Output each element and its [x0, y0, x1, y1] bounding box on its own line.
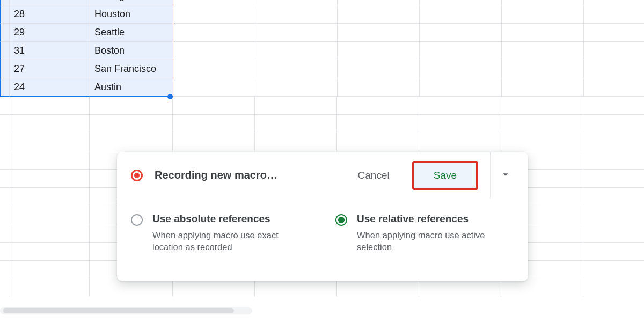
cell[interactable]: Chicago: [90, 0, 173, 5]
radio-checked-icon: [335, 214, 347, 226]
option-label: Use absolute references: [152, 213, 303, 225]
cell[interactable]: 31: [10, 42, 90, 60]
radio-unchecked-icon: [131, 214, 143, 226]
table-row[interactable]: 27 San Francisco: [0, 60, 644, 78]
option-description: When applying macro use active selection: [357, 229, 507, 253]
cell[interactable]: Houston: [90, 5, 173, 24]
selection-handle[interactable]: [167, 94, 173, 99]
collapse-toggle[interactable]: [494, 164, 517, 187]
cell[interactable]: 22: [10, 0, 90, 5]
option-description: When applying macro use exact location a…: [152, 229, 303, 253]
macro-recorder-panel: Recording new macro… Cancel Save Use abs…: [117, 152, 528, 281]
option-relative-references[interactable]: Use relative references When applying ma…: [335, 213, 514, 253]
cell[interactable]: Boston: [90, 42, 173, 60]
table-row[interactable]: 29 Seattle: [0, 24, 644, 42]
cell[interactable]: 28: [10, 5, 90, 24]
cell[interactable]: 24: [10, 78, 90, 97]
cell[interactable]: 29: [10, 24, 90, 42]
chevron-down-icon: [500, 169, 511, 182]
save-button[interactable]: Save: [412, 161, 478, 190]
scrollbar-thumb[interactable]: [3, 308, 234, 313]
cell[interactable]: Austin: [90, 78, 173, 97]
cancel-button[interactable]: Cancel: [345, 163, 402, 188]
cell[interactable]: San Francisco: [90, 60, 173, 78]
divider: [490, 152, 491, 199]
table-row[interactable]: 22 Chicago: [0, 0, 644, 5]
option-absolute-references[interactable]: Use absolute references When applying ma…: [131, 213, 310, 253]
cell[interactable]: Seattle: [90, 24, 173, 42]
table-row[interactable]: 31 Boston: [0, 42, 644, 60]
table-row[interactable]: 28 Houston: [0, 5, 644, 24]
table-row[interactable]: 24 Austin: [0, 78, 644, 97]
option-label: Use relative references: [357, 213, 507, 225]
cell[interactable]: 27: [10, 60, 90, 78]
macro-panel-title: Recording new macro…: [155, 169, 345, 181]
horizontal-scrollbar[interactable]: [0, 307, 252, 314]
record-icon: [131, 170, 143, 181]
